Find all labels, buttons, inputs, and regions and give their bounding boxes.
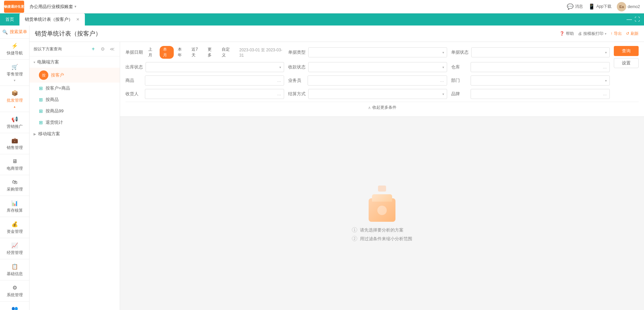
- receiver-select[interactable]: …: [145, 89, 284, 99]
- scheme-item-by-goods99[interactable]: ⊞ 按商品99: [30, 105, 120, 117]
- department-arrow-icon: ▾: [605, 79, 607, 83]
- sidebar-item-base-info[interactable]: 📋 基础信息: [0, 259, 29, 280]
- date-tab-this-month[interactable]: 本月: [160, 46, 174, 59]
- receiver-label: 收货人: [125, 91, 142, 97]
- content-area: 销货单统计表（按客户） ❓ 帮助 🖨 按模板打印 ▾ ↑ 导出 ↺ 刷新: [30, 25, 644, 310]
- filter-main: 单据日期 上月 本月 本年 近7天 更多 自定义: [125, 46, 610, 99]
- tab-home[interactable]: 首页: [0, 13, 19, 25]
- sidebar-item-quicknav[interactable]: ⚡ 快捷导航: [0, 39, 29, 60]
- app-download-button[interactable]: 📱 App下载: [588, 3, 611, 10]
- help-button[interactable]: ❓ 帮助: [559, 31, 574, 37]
- department-select[interactable]: ▾: [471, 75, 610, 86]
- refresh-button[interactable]: ↺ 刷新: [626, 31, 639, 37]
- settlement-label: 结算方式: [288, 91, 306, 97]
- industry-selector[interactable]: 办公用品行业模拟账套 ▾: [27, 2, 79, 11]
- topbar-right: 💬 消息 📱 App下载 Ea demo2: [567, 2, 640, 11]
- collapse-label: 收起更多条件: [372, 105, 396, 110]
- tab-sales-stats[interactable]: 销货单统计表（按客户） ✕: [19, 13, 85, 25]
- brand-dots-icon: …: [603, 92, 607, 96]
- message-button[interactable]: 💬 消息: [567, 3, 583, 10]
- template-print-label: 按模板打印: [583, 31, 603, 37]
- out-status-select[interactable]: ▾: [146, 62, 284, 72]
- logo: 畅捷通好生意: [4, 1, 24, 13]
- user-menu[interactable]: Ea demo2: [617, 2, 640, 11]
- export-button[interactable]: ↑ 导出: [610, 31, 622, 37]
- scheme-group-mobile: ▶ 移动端方案: [30, 128, 120, 140]
- settings-button[interactable]: 设置: [614, 58, 639, 68]
- order-type-arrow-icon: ▾: [442, 51, 444, 54]
- template-print-button[interactable]: 🖨 按模板打印 ▾: [578, 31, 606, 37]
- scheme-header: 按以下方案查询 + ⚙ ≪: [30, 42, 120, 56]
- scheme-item-by-customer[interactable]: 按 按客户: [30, 68, 120, 83]
- sidebar-item-operations[interactable]: 📈 经营管理: [0, 238, 29, 259]
- filter-section: 单据日期 上月 本月 本年 近7天 更多 自定义: [120, 42, 644, 117]
- settlement-arrow-icon: ▾: [442, 92, 444, 96]
- sidebar-item-purchase[interactable]: 🛍 采购管理: [0, 175, 29, 196]
- base-info-icon: 📋: [11, 263, 18, 270]
- goods-dots-icon: …: [277, 78, 281, 83]
- salesperson-select[interactable]: …: [308, 75, 447, 86]
- sales-icon: 💼: [11, 137, 18, 144]
- sidebar-item-ecommerce[interactable]: 🖥 电商管理: [0, 154, 29, 175]
- settlement-select[interactable]: ▾: [308, 89, 447, 99]
- operations-icon: 📈: [11, 242, 18, 249]
- receipt-status-arrow-icon: ▾: [442, 65, 444, 69]
- sidebar-item-wholesale[interactable]: 📦 批发管理 ▴: [0, 86, 29, 112]
- order-type-select[interactable]: ▾: [308, 47, 447, 57]
- date-tab-this-year[interactable]: 本年: [175, 46, 188, 59]
- date-tab-custom[interactable]: 自定义: [219, 46, 235, 59]
- warehouse-label: 仓库: [451, 64, 468, 70]
- wholesale-icon: 📦: [11, 90, 18, 96]
- salesperson-field: 业务员 …: [288, 75, 447, 86]
- sidebar-ecommerce-label: 电商管理: [7, 166, 23, 171]
- collaboration-icon: 👥: [11, 306, 18, 310]
- date-tab-more[interactable]: 更多: [205, 46, 218, 59]
- collapse-bar[interactable]: ∧ 收起更多条件: [125, 102, 639, 112]
- order-status-select[interactable]: ▾: [471, 47, 610, 57]
- tab-close-icon[interactable]: ✕: [76, 17, 79, 22]
- brand-select[interactable]: …: [471, 89, 610, 99]
- goods-select[interactable]: …: [145, 75, 284, 86]
- sidebar-item-sales[interactable]: 💼 销售管理: [0, 133, 29, 154]
- hint-2-text: 用过滤条件来缩小分析范围: [360, 236, 412, 242]
- hint-1-num: 1: [352, 227, 357, 232]
- refresh-icon: ↺: [626, 31, 629, 36]
- sidebar-item-marketing[interactable]: 📢 营销推广: [0, 112, 29, 133]
- date-tab-last-month[interactable]: 上月: [146, 46, 158, 59]
- retail-arrow-icon: ▾: [14, 79, 15, 82]
- order-status-field: 单据状态 ▾: [451, 47, 610, 57]
- order-type-field: 单据类型 ▾: [288, 47, 447, 57]
- sidebar-item-search[interactable]: 🔍 搜索菜单: [0, 25, 29, 39]
- search-icon: 🔍: [2, 30, 8, 35]
- minimize-icon[interactable]: —: [627, 16, 632, 22]
- sidebar-quicknav-label: 快捷导航: [7, 50, 23, 56]
- username-label: demo2: [628, 4, 640, 9]
- scheme-item-customer-goods[interactable]: ⊞ 按客户+商品: [30, 83, 120, 94]
- query-button[interactable]: 查询: [614, 46, 639, 56]
- receipt-status-select[interactable]: ▾: [308, 62, 447, 72]
- scheme-add-button[interactable]: +: [90, 45, 97, 53]
- scheme-group-header-mobile[interactable]: ▶ 移动端方案: [30, 128, 120, 140]
- scheme-group-header-desktop[interactable]: ▾ 电脑端方案: [30, 56, 120, 68]
- scheme-item-return-stats[interactable]: ⊞ 退货统计: [30, 117, 120, 128]
- scheme-item-icon-2: ⊞: [39, 86, 43, 91]
- department-label: 部门: [451, 78, 468, 84]
- date-tab-7days[interactable]: 近7天: [189, 46, 204, 59]
- filter-results: 单据日期 上月 本月 本年 近7天 更多 自定义: [120, 42, 644, 310]
- maximize-icon[interactable]: ⛶: [635, 16, 640, 22]
- scheme-collapse-button[interactable]: ≪: [108, 45, 116, 53]
- warehouse-select[interactable]: …: [471, 62, 610, 72]
- sidebar-item-collaboration[interactable]: 👥 企业协同: [0, 302, 29, 310]
- warehouse-field: 仓库 …: [451, 62, 610, 72]
- main-layout: 🔍 搜索菜单 ⚡ 快捷导航 🛒 零售管理 ▾ 📦 批发管理 ▴ 📢 营销推广 💼…: [0, 25, 644, 310]
- export-label: 导出: [614, 31, 622, 37]
- sidebar-item-retail[interactable]: 🛒 零售管理 ▾: [0, 60, 29, 86]
- scheme-item-by-goods[interactable]: ⊞ 按商品: [30, 94, 120, 105]
- salesperson-dots-icon: …: [440, 78, 444, 83]
- sidebar-item-inventory[interactable]: 📊 库存核算: [0, 196, 29, 217]
- sidebar-item-system[interactable]: ⚙ 系统管理: [0, 280, 29, 302]
- sidebar-item-finance[interactable]: 💰 资金管理: [0, 217, 29, 238]
- receipt-status-label: 收款状态: [288, 64, 306, 70]
- retail-icon: 🛒: [11, 64, 18, 70]
- scheme-settings-button[interactable]: ⚙: [99, 45, 106, 53]
